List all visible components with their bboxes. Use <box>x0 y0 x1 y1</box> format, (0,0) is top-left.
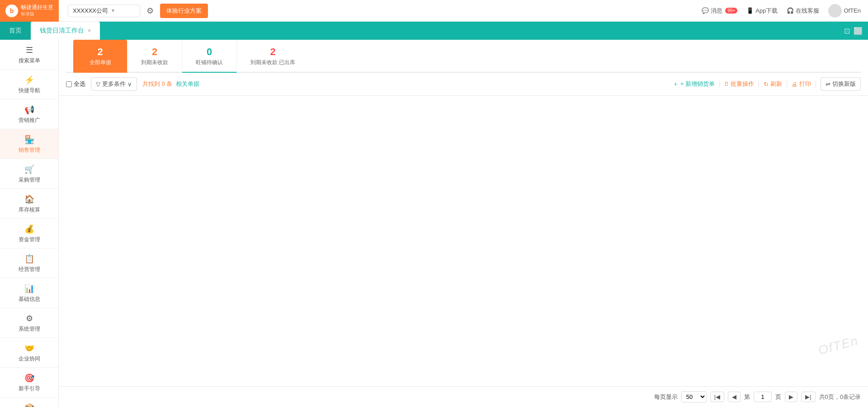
switch-icon: ⇌ <box>826 81 830 88</box>
sidebar-item-finance[interactable]: 💰 资金管理 <box>0 219 58 248</box>
found-count: 共找到 0 条 相关单据 <box>142 80 199 88</box>
stats-tab-unshipped[interactable]: 2 到期未收款 已出库 <box>237 40 309 73</box>
filter-icon: ▽ <box>96 81 100 88</box>
company-name: XXXXXX公司 <box>73 7 108 15</box>
refresh-button[interactable]: ↻ 刷新 <box>764 80 782 88</box>
top-bar-right: 💬 消息 99+ 📱 App下载 🎧 在线客服 OfTEn <box>702 4 861 18</box>
sidebar-item-search-menu[interactable]: ☰ 搜索菜单 <box>0 40 58 70</box>
marketing-icon: 📢 <box>24 105 34 115</box>
app-download-button[interactable]: 📱 App下载 <box>746 7 778 15</box>
user-name: OfTEn <box>844 7 861 14</box>
select-all-input[interactable] <box>66 81 72 87</box>
sidebar-item-app-center[interactable]: 📦 应用中心 <box>0 398 58 407</box>
filter-button[interactable]: ▽ 更多条件 ∨ <box>91 77 137 91</box>
sidebar-item-inventory[interactable]: 🏠 库存核算 <box>0 189 58 219</box>
purchase-icon: 🛒 <box>24 164 34 174</box>
online-service-button[interactable]: 🎧 在线客服 <box>787 7 819 15</box>
divider4 <box>816 80 816 88</box>
current-page-input[interactable] <box>754 392 772 402</box>
toolbar-right: ＋ + 新增销货单 ⠿ 批量操作 ↻ 刷新 🖨 打印 <box>673 77 861 91</box>
related-bill-link[interactable]: 相关单据 <box>176 80 199 87</box>
divider <box>719 80 720 88</box>
chevron-down-icon: ▼ <box>111 8 115 13</box>
home-tab[interactable]: 首页 <box>0 22 31 40</box>
inventory-icon: 🏠 <box>24 194 34 204</box>
batch-operation-button[interactable]: ⠿ 批量操作 <box>724 80 754 88</box>
app-version: 标准版 <box>21 11 53 17</box>
prev-page-button[interactable]: ◀ <box>728 392 741 402</box>
next-page-button[interactable]: ▶ <box>785 392 797 402</box>
message-badge: 99+ <box>725 8 737 14</box>
avatar <box>828 4 842 18</box>
stats-tab-all[interactable]: 2 全部单据 <box>73 40 127 73</box>
nav-tabs: 首页 钱货日清工作台 × ⊡ ⬜ <box>0 22 868 40</box>
stats-tab-pending[interactable]: 0 旺铺待确认 <box>182 40 237 73</box>
tab-maximize-button[interactable]: ⬜ <box>854 27 863 35</box>
basic-info-icon: 📊 <box>24 284 34 294</box>
close-tab-icon[interactable]: × <box>88 28 91 34</box>
switch-version-button[interactable]: ⇌ 切换新版 <box>821 77 861 91</box>
search-menu-icon: ☰ <box>26 45 33 55</box>
tab-actions: ⊡ ⬜ <box>844 27 868 35</box>
user-avatar-area[interactable]: OfTEn <box>828 4 861 18</box>
main-layout: ☰ 搜索菜单 ⚡ 快捷导航 📢 营销推广 🏪 销售管理 🛒 采购管理 🏠 库存核… <box>0 40 868 407</box>
sidebar-item-quick-nav[interactable]: ⚡ 快捷导航 <box>0 70 58 99</box>
add-sales-order-button[interactable]: ＋ + 新增销货单 <box>673 80 715 88</box>
app-center-icon: 📦 <box>24 403 34 407</box>
toolbar: 全选 ▽ 更多条件 ∨ 共找到 0 条 相关单据 ＋ + 新增销货单 <box>59 73 868 96</box>
sidebar: ☰ 搜索菜单 ⚡ 快捷导航 📢 营销推广 🏪 销售管理 🛒 采购管理 🏠 库存核… <box>0 40 59 407</box>
pagination-bar: 每页显示 50 100 200 |◀ ◀ 第 页 ▶ ▶| 共0页，0条记录 <box>59 386 868 407</box>
sidebar-item-operations[interactable]: 📋 经营管理 <box>0 248 58 278</box>
settings-button[interactable]: ⚙ <box>145 4 156 18</box>
app-name: 畅捷通好生意 <box>21 4 53 11</box>
cooperation-icon: 🤝 <box>24 343 34 353</box>
stats-tabs: 2 全部单据 2 到期未收款 0 旺铺待确认 2 到期未收款 已出库 <box>66 40 861 73</box>
sidebar-item-guide[interactable]: 🎯 新手引导 <box>0 368 58 398</box>
sales-icon: 🏪 <box>24 135 34 145</box>
add-icon: ＋ <box>673 80 679 88</box>
print-button[interactable]: 🖨 打印 <box>792 80 811 88</box>
batch-icon: ⠿ <box>724 81 729 88</box>
sidebar-item-basic-info[interactable]: 📊 基础信息 <box>0 278 58 308</box>
divider3 <box>787 80 787 88</box>
sidebar-item-system[interactable]: ⚙ 系统管理 <box>0 308 58 338</box>
stats-tab-overdue[interactable]: 2 到期未收款 <box>127 40 182 73</box>
refresh-icon: ↻ <box>764 81 769 88</box>
first-page-button[interactable]: |◀ <box>710 392 724 402</box>
per-page-select[interactable]: 50 100 200 <box>681 391 707 402</box>
experience-button[interactable]: 体验行业方案 <box>160 4 208 18</box>
table-area <box>59 96 868 386</box>
sidebar-item-purchase[interactable]: 🛒 采购管理 <box>0 159 58 189</box>
message-icon: 💬 <box>702 7 709 14</box>
divider2 <box>759 80 759 88</box>
quick-nav-icon: ⚡ <box>24 75 34 85</box>
sidebar-item-marketing[interactable]: 📢 营销推广 <box>0 99 58 129</box>
sidebar-item-sales[interactable]: 🏪 销售管理 <box>0 129 58 159</box>
tab-restore-button[interactable]: ⊡ <box>844 27 850 35</box>
filter-chevron-icon: ∨ <box>127 81 132 88</box>
content-area: 2 全部单据 2 到期未收款 0 旺铺待确认 2 到期未收款 已出库 <box>59 40 868 407</box>
service-icon: 🎧 <box>787 7 794 14</box>
guide-icon: 🎯 <box>24 373 34 383</box>
select-all-checkbox[interactable]: 全选 <box>66 80 85 88</box>
logo-area: b 畅捷通好生意 标准版 <box>0 0 59 22</box>
top-bar: b 畅捷通好生意 标准版 XXXXXX公司 ▼ ⚙ 体验行业方案 💬 消息 99… <box>0 0 868 22</box>
print-icon: 🖨 <box>792 81 797 88</box>
company-selector[interactable]: XXXXXX公司 ▼ <box>68 5 140 17</box>
stats-tabs-container: 2 全部单据 2 到期未收款 0 旺铺待确认 2 到期未收款 已出库 <box>59 40 868 73</box>
active-tab[interactable]: 钱货日清工作台 × <box>31 22 100 40</box>
total-info: 共0页，0条记录 <box>819 393 861 401</box>
download-icon: 📱 <box>746 7 754 14</box>
last-page-button[interactable]: ▶| <box>801 392 815 402</box>
logo-icon: b <box>5 5 18 17</box>
message-button[interactable]: 💬 消息 99+ <box>702 7 737 15</box>
operations-icon: 📋 <box>24 254 34 264</box>
sidebar-item-cooperation[interactable]: 🤝 企业协同 <box>0 338 58 368</box>
system-icon: ⚙ <box>26 313 33 323</box>
finance-icon: 💰 <box>24 224 34 234</box>
